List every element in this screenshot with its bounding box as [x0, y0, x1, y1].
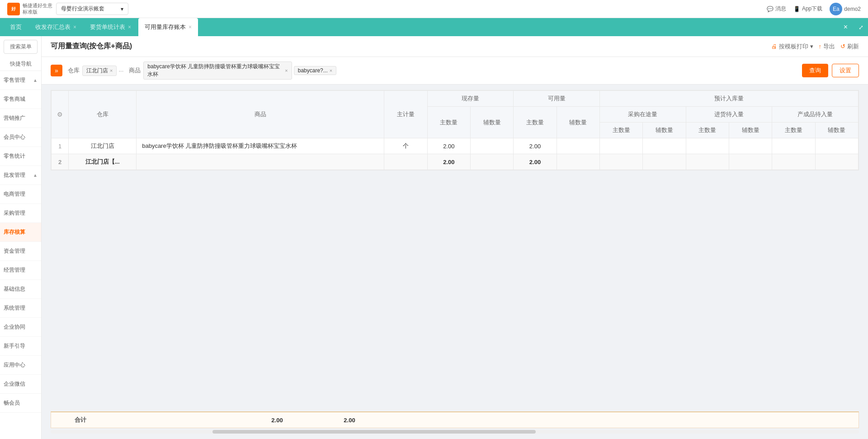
tab-home[interactable]: 首页 — [4, 18, 28, 36]
expand-arrows-icon: » — [55, 67, 58, 74]
sidebar-item-wholesale-mgmt[interactable]: 批发管理 ▲ — [0, 166, 41, 185]
scrollbar-thumb[interactable] — [212, 430, 536, 434]
close-all-icon: × — [844, 23, 848, 31]
purchase-main-th: 主数量 — [599, 123, 642, 138]
row-current-aux — [471, 154, 514, 170]
row-warehouse: 江北门店 — [69, 138, 137, 154]
export-button[interactable]: ↑ 导出 — [819, 42, 835, 51]
purchase-transit-th: 采购在途量 — [599, 107, 686, 123]
remove-tag-icon[interactable]: × — [110, 68, 113, 73]
row-num: 2 — [52, 154, 69, 170]
industry-selector[interactable]: 母婴行业演示账套 ▾ — [56, 3, 128, 15]
horizontal-scrollbar[interactable] — [51, 430, 859, 434]
close-icon[interactable]: × — [73, 24, 76, 30]
warehouse-th: 仓库 — [69, 91, 137, 138]
row-current-main: 2.00 — [427, 154, 470, 170]
current-main-qty-th: 主数量 — [427, 107, 470, 138]
expand-window-button[interactable]: ⤢ — [854, 18, 868, 36]
filter-bar: » 仓库 江北门店 × ··· 商品 babycare学饮杯 儿童防摔防撞吸管杯… — [42, 57, 868, 85]
settings-th: ⚙ — [52, 91, 69, 138]
quick-nav-button[interactable]: 快捷导航 — [0, 57, 41, 71]
sidebar-item-member[interactable]: 会员中心 — [0, 128, 41, 147]
sidebar-item-finance[interactable]: 资金管理 — [0, 242, 41, 261]
settings-icon[interactable]: ⚙ — [57, 111, 63, 118]
available-th: 可用量 — [514, 91, 600, 107]
close-icon[interactable]: × — [128, 24, 131, 30]
header-actions: 🖨 按模板打印 ▾ ↑ 导出 ↺ 刷新 — [771, 42, 859, 51]
product-pending-th: 产成品待入量 — [772, 107, 859, 123]
row-avail-aux — [557, 154, 599, 170]
remove-tag-icon[interactable]: × — [330, 68, 332, 73]
more-filter-icon[interactable]: ··· — [118, 67, 123, 74]
user-area[interactable]: Ea demo2 — [830, 3, 861, 15]
tab-receive[interactable]: 收发存汇总表 × — [29, 18, 83, 36]
top-bar-right: 💬 消息 📱 App下载 Ea demo2 — [767, 3, 861, 15]
sidebar-item-vip[interactable]: 畅会员 — [0, 394, 41, 413]
sidebar-item-retail-stats[interactable]: 零售统计 — [0, 147, 41, 166]
row-avail-main: 2.00 — [514, 154, 557, 170]
sidebar-item-enterprise[interactable]: 企业协同 — [0, 318, 41, 337]
sidebar-item-inventory[interactable]: 库存核算 — [0, 223, 41, 242]
tab-available[interactable]: 可用量库存账本 × — [138, 18, 198, 36]
available-main-qty-th: 主数量 — [514, 107, 557, 138]
available-aux-qty-th: 辅数量 — [557, 107, 599, 138]
close-all-button[interactable]: × — [838, 18, 853, 36]
refresh-icon: ↺ — [840, 43, 845, 50]
row-avail-aux — [557, 138, 599, 154]
row-current-main: 2.00 — [427, 138, 470, 154]
refresh-button[interactable]: ↺ 刷新 — [840, 42, 859, 51]
inbound-main-th: 主数量 — [686, 123, 729, 138]
sidebar-item-enterprise-wechat[interactable]: 企业微信 — [0, 375, 41, 394]
query-button[interactable]: 查询 — [802, 64, 828, 77]
purchase-aux-th: 辅数量 — [643, 123, 686, 138]
page-title: 可用量查询(按仓库+商品) — [51, 42, 132, 51]
sidebar-item-app-center[interactable]: 应用中心 — [0, 356, 41, 375]
chevron-down-icon: ▾ — [121, 6, 123, 12]
message-button[interactable]: 💬 消息 — [767, 5, 786, 13]
sidebar: 搜索菜单 快捷导航 零售管理 ▲ 零售商城 营销推广 会员中心 零售统计 批发管… — [0, 36, 42, 439]
sidebar-item-retail-mall[interactable]: 零售商城 — [0, 90, 41, 109]
main-unit-th: 主计量 — [384, 91, 427, 138]
sidebar-item-purchase[interactable]: 采购管理 — [0, 204, 41, 223]
sidebar-search-area: 搜索菜单 — [0, 36, 41, 57]
chevron-down-icon: ▾ — [810, 43, 813, 50]
table-scroll-container[interactable]: ⚙ 仓库 商品 主计量 现存量 可用量 预计入库量 主数量 辅数量 — [51, 90, 859, 170]
row-inb-aux — [729, 138, 772, 154]
sidebar-item-retail-mgmt[interactable]: 零售管理 ▲ — [0, 71, 41, 90]
row-pur-aux — [643, 138, 686, 154]
app-download-button[interactable]: 📱 App下载 — [793, 5, 822, 13]
search-menu-button[interactable]: 搜索菜单 — [4, 40, 38, 54]
row-prod-aux — [815, 154, 858, 170]
sidebar-item-operations[interactable]: 经营管理 — [0, 261, 41, 280]
filter-expand-button[interactable]: » — [51, 65, 62, 76]
product-aux-th: 辅数量 — [815, 123, 858, 138]
settings-button[interactable]: 设置 — [832, 64, 859, 77]
inbound-pending-th: 进货待入量 — [686, 107, 772, 123]
filter-actions: 查询 设置 — [802, 64, 859, 77]
product-main-th: 主数量 — [772, 123, 815, 138]
remove-tag-icon[interactable]: × — [285, 68, 288, 73]
product-th: 商品 — [137, 91, 384, 138]
sidebar-item-new-guide[interactable]: 新手引导 — [0, 337, 41, 356]
download-icon: 📱 — [793, 6, 800, 12]
message-icon: 💬 — [767, 6, 774, 12]
logo-area: 好 畅捷通好生意 标准版 — [7, 3, 52, 15]
export-icon: ↑ — [819, 43, 822, 50]
chevron-icon: ▲ — [33, 173, 38, 178]
sidebar-item-system[interactable]: 系统管理 — [0, 299, 41, 318]
sidebar-item-basic-info[interactable]: 基础信息 — [0, 280, 41, 299]
row-main-unit: 个 — [384, 138, 427, 154]
row-inb-main — [686, 154, 729, 170]
print-button[interactable]: 🖨 按模板打印 ▾ — [771, 42, 813, 51]
top-bar-left: 好 畅捷通好生意 标准版 母婴行业演示账套 ▾ — [7, 3, 128, 15]
print-icon: 🖨 — [771, 43, 777, 50]
avatar: Ea — [830, 3, 842, 15]
close-icon[interactable]: × — [189, 24, 192, 30]
current-stock-th: 现存量 — [427, 91, 514, 107]
sidebar-item-ecommerce[interactable]: 电商管理 — [0, 185, 41, 204]
sidebar-item-marketing[interactable]: 营销推广 — [0, 109, 41, 128]
tab-order[interactable]: 要货单统计表 × — [84, 18, 137, 36]
logo-text: 畅捷通好生意 标准版 — [23, 3, 52, 14]
row-pur-main — [599, 154, 642, 170]
row-warehouse: 江北门店【... — [69, 154, 137, 170]
